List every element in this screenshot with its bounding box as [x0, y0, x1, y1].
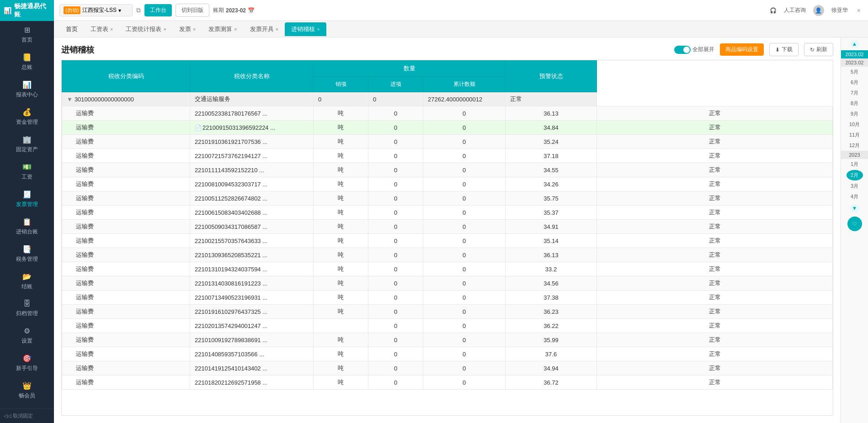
sidebar-item-settings[interactable]: ⚙ 设置	[0, 322, 54, 349]
sidebar-item-invoice-mgmt[interactable]: 🧾 发票管理	[0, 185, 54, 213]
cell-status: 正常	[597, 191, 833, 206]
cal-month-7[interactable]: 7月	[841, 88, 868, 98]
cell-code: 2210100919278983869​1 ...	[190, 333, 314, 347]
cal-month-12[interactable]: 12月	[841, 140, 868, 151]
cell-flag: 吨	[314, 375, 368, 390]
expand-toggle[interactable]	[674, 46, 691, 54]
table-row[interactable]: 运输费2210100919278983869​1 ...吨0035.99正常	[62, 333, 833, 347]
table-row[interactable]: 运输费2210191610297643732​5 ...吨0036.23正常	[62, 305, 833, 319]
tab-invoice-close[interactable]: ×	[193, 26, 196, 32]
download-button[interactable]: ⬇ 下载	[769, 43, 799, 56]
table-row[interactable]: 运输费2210191036192170753​6 ...吨0035.24正常	[62, 135, 833, 149]
table-row[interactable]: 运输费2210051125282667480​2 ...吨0035.75正常	[62, 191, 833, 206]
table-row[interactable]: 运输费2210052338178017656​7 ...吨0036.13正常	[62, 106, 833, 121]
tab-invoice[interactable]: 发票 ×	[173, 22, 202, 36]
cal-month-1[interactable]: 1月	[841, 159, 868, 169]
heart-icon[interactable]: ♡	[847, 217, 862, 231]
table-row[interactable]: ▼301000000000000000 交通运输服务 0 0 27262.400…	[62, 92, 833, 106]
refresh-icon: ↻	[810, 47, 815, 53]
sidebar-item-capital[interactable]: 💰 资金管理	[0, 103, 54, 131]
table-row[interactable]: 运输费2210111143592152210​ ...吨0034.55正常	[62, 163, 833, 177]
table-row[interactable]: 运输费2210061508340340268​8 ...吨0035.37正常	[62, 206, 833, 220]
table-row[interactable]: 运输费2210131403081619122​3 ...吨0034.56正常	[62, 276, 833, 291]
sidebar-item-fixed-assets[interactable]: 🏢 固定资产	[0, 131, 54, 158]
cal-month-4[interactable]: 4月	[841, 191, 868, 202]
table-row[interactable]: 运输费2210131019432403759​4 ...吨0033.2正常	[62, 262, 833, 276]
cell-child-name: 运输费	[62, 163, 190, 177]
sidebar-item-ledger[interactable]: 📒 总账	[0, 48, 54, 76]
content-area: 进销稽核 全部展开 商品编码设置 ⬇ 下载 ↻ 刷新	[54, 37, 868, 423]
copy-icon[interactable]: ⧉	[136, 6, 141, 14]
tab-invoice-calc-close[interactable]: ×	[234, 26, 237, 32]
close-button[interactable]: ×	[855, 5, 863, 16]
cell-status: 正常	[597, 319, 833, 333]
cell-cumulative: 35.99	[506, 333, 597, 347]
cal-month-5[interactable]: 5月	[841, 67, 868, 77]
sidebar-item-home[interactable]: ⊞ 首页	[0, 21, 54, 48]
sidebar-item-archive-label: 归档管理	[16, 310, 38, 317]
cal-month-9[interactable]: 9月	[841, 109, 868, 119]
company-dropdown-icon: ▾	[118, 7, 121, 14]
service-btn[interactable]: 人工咨询	[784, 6, 806, 14]
tab-home[interactable]: 首页	[59, 22, 84, 36]
tab-invoice-open-close[interactable]: ×	[276, 26, 278, 32]
table-row[interactable]: 运输费📄2210091503139659222​4 ...吨0034.84正常	[62, 121, 833, 135]
cell-code: 2210051125282667480​2 ...	[190, 191, 314, 206]
expand-label: 全部展开	[692, 46, 714, 53]
sidebar-item-archive[interactable]: 🗄 归档管理	[0, 295, 54, 322]
sidebar-item-reports[interactable]: 📊 报表中心	[0, 76, 54, 103]
user-name[interactable]: 徐亚华	[831, 6, 848, 14]
switch-version-button[interactable]: 切到旧版	[176, 4, 209, 17]
table-row[interactable]: 运输费2210130936520853522​1 ...吨0036.13正常	[62, 248, 833, 262]
cal-prev-button[interactable]: ▲	[850, 39, 859, 48]
tab-purchase-sales-close[interactable]: ×	[317, 26, 320, 32]
unpin-bar[interactable]: ◁◁ 取消固定	[0, 408, 54, 423]
sidebar-item-purchase-sales[interactable]: 📋 进销台账	[0, 213, 54, 240]
refresh-button[interactable]: ↻ 刷新	[804, 43, 833, 56]
sidebar-item-member[interactable]: 👑 畅会员	[0, 377, 54, 404]
cal-month-10[interactable]: 10月	[841, 119, 868, 130]
period-info: 账期 2023-02 📅	[213, 6, 255, 14]
table-row[interactable]: 运输费2210182021269257195​8 ...吨0036.72正常	[62, 375, 833, 390]
cell-cumulative: 27262.40000000012	[423, 92, 506, 106]
table-row[interactable]: 运输费2210201357429400124​7 ...0036.22正常	[62, 319, 833, 333]
table-row[interactable]: 运输费2210050903431708658​7 ...吨0034.91正常	[62, 220, 833, 234]
cell-cumulative: 34.84	[506, 121, 597, 135]
cal-month-3[interactable]: 3月	[841, 181, 868, 191]
data-table: 税收分类编码 税收分类名称 数量 预警状态 销项 进项 累计数额	[62, 60, 833, 390]
sidebar-item-tax[interactable]: 📑 税务管理	[0, 240, 54, 268]
table-row[interactable]: 运输费2210072157376219412​7 ...吨0037.18正常	[62, 149, 833, 163]
cell-code: 2210071349052319693​1 ...	[190, 291, 314, 305]
table-row[interactable]: 运输费2210081009453230371​7 ...吨0034.26正常	[62, 177, 833, 191]
cell-status: 正常	[597, 262, 833, 276]
table-row[interactable]: 运输费2210141912541014340​2 ...吨0034.94正常	[62, 361, 833, 375]
cell-code: 2210061508340340268​8 ...	[190, 206, 314, 220]
sidebar-item-settlement[interactable]: 📂 结账	[0, 268, 54, 295]
cell-child-name: 运输费	[62, 149, 190, 163]
tab-payroll[interactable]: 工资表 ×	[84, 22, 119, 36]
cal-month-6[interactable]: 6月	[841, 77, 868, 88]
company-selector[interactable]: (勿动) 江西报宝-LSS ▾	[59, 4, 133, 16]
cell-code: 2210140859357103566​ ...	[190, 347, 314, 361]
tab-invoice-open[interactable]: 发票开具 ×	[244, 22, 285, 36]
cal-next-button[interactable]: ▼	[850, 204, 859, 213]
tab-purchase-sales[interactable]: 进销稽核 ×	[285, 22, 326, 36]
table-row[interactable]: 运输费2210140859357103566​ ...吨0037.6正常	[62, 347, 833, 361]
workspace-button[interactable]: 工作台	[144, 4, 172, 16]
sidebar-item-tax-label: 税务管理	[16, 255, 38, 263]
tab-payroll-stats-close[interactable]: ×	[163, 26, 166, 32]
cal-month-2-current[interactable]: 2月	[847, 170, 863, 180]
cal-month-11[interactable]: 11月	[841, 130, 868, 140]
product-setting-button[interactable]: 商品编码设置	[720, 43, 764, 56]
calendar-icon[interactable]: 📅	[248, 7, 255, 14]
tab-payroll-label: 工资表	[91, 25, 108, 33]
cal-month-8[interactable]: 8月	[841, 98, 868, 109]
table-row[interactable]: 运输费2210071349052319693​1 ...吨0037.38正常	[62, 291, 833, 305]
sidebar-item-guide[interactable]: 🎯 新手引导	[0, 349, 54, 377]
tab-payroll-stats[interactable]: 工资统计报表 ×	[119, 22, 172, 36]
table-row[interactable]: 运输费2210021557035764363​3 ...吨0035.14正常	[62, 234, 833, 248]
sidebar-item-salary[interactable]: 💵 工资	[0, 158, 54, 185]
cell-tax-name: 交通运输服务	[190, 92, 314, 106]
tab-invoice-calc[interactable]: 发票测算 ×	[202, 22, 243, 36]
tab-payroll-close[interactable]: ×	[110, 26, 113, 32]
